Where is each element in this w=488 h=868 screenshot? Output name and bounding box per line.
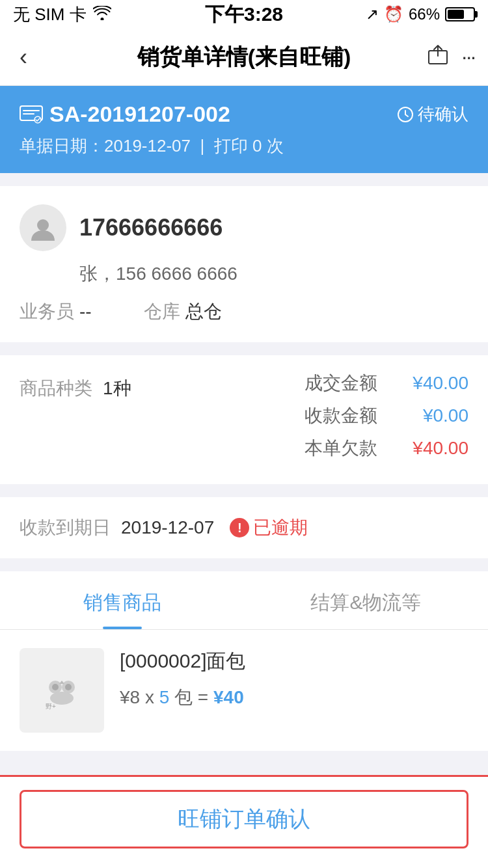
price-separator: x — [145, 687, 159, 707]
financial-section: 商品种类 1种 成交金额 ¥40.00 收款金额 ¥0.00 本单欠款 ¥40.… — [0, 355, 488, 484]
overdue-text: 已逾期 — [253, 515, 308, 540]
customer-name-detail: 张，156 6666 6666 — [20, 262, 468, 286]
svg-text:野+: 野+ — [46, 703, 56, 710]
product-thumbnail: 野+ — [20, 648, 104, 733]
customer-row: 17666666666 — [20, 204, 468, 251]
financial-amounts: 成交金额 ¥40.00 收款金额 ¥0.00 本单欠款 ¥40.00 — [305, 371, 468, 468]
order-meta: 单据日期：2019-12-07 | 打印 0 次 — [20, 135, 468, 157]
carrier-text: 无 SIM 卡 — [13, 3, 87, 26]
more-button[interactable]: ··· — [461, 45, 475, 69]
product-types-label: 商品种类 — [20, 376, 92, 401]
page-title: 销货单详情(来自旺铺) — [137, 42, 351, 72]
nav-right: ··· — [427, 44, 475, 70]
balance-value: ¥40.00 — [390, 438, 468, 459]
product-total: ¥40 — [213, 687, 244, 707]
back-button[interactable]: ‹ — [13, 37, 34, 77]
nav-bar: ‹ 销货单详情(来自旺铺) ··· — [0, 29, 488, 86]
battery-text: 66% — [409, 5, 440, 23]
product-item: 野+ [0000002]面包 ¥8 x 5 包 = ¥40 — [0, 630, 488, 751]
balance-label: 本单欠款 — [305, 436, 377, 461]
warehouse-label: 仓库 — [144, 299, 180, 324]
product-price-row: ¥8 x 5 包 = ¥40 — [120, 685, 468, 710]
product-quantity: 5 — [159, 687, 170, 707]
receipt-amount-label: 收款金额 — [305, 403, 377, 428]
share-button[interactable] — [427, 44, 448, 70]
warehouse-info: 仓库 总仓 — [144, 299, 222, 324]
due-date-label: 收款到期日 — [20, 515, 111, 540]
customer-section: 17666666666 张，156 6666 6666 业务员 -- 仓库 总仓 — [0, 186, 488, 342]
product-info: [0000002]面包 ¥8 x 5 包 = ¥40 — [120, 648, 468, 710]
product-name: [0000002]面包 — [120, 648, 468, 675]
product-unit: 包 — [174, 687, 193, 707]
tab-settlement-logistics[interactable]: 结算&物流等 — [244, 571, 488, 629]
avatar — [20, 204, 66, 251]
bottom-button-area: 旺铺订单确认 — [0, 775, 488, 868]
tabs-section: 销售商品 结算&物流等 野+ [0000002]面包 ¥8 x — [0, 571, 488, 751]
overdue-icon: ! — [230, 518, 249, 537]
transaction-amount-value: ¥40.00 — [390, 373, 468, 394]
status-bar: 无 SIM 卡 下午3:28 ↗ ⏰ 66% — [0, 0, 488, 29]
warehouse-value: 总仓 — [185, 299, 222, 324]
svg-point-8 — [65, 684, 72, 690]
balance-row: 本单欠款 ¥40.00 — [305, 436, 468, 461]
salesperson-label: 业务员 — [20, 299, 74, 324]
tabs-header: 销售商品 结算&物流等 — [0, 571, 488, 630]
salesperson-info: 业务员 -- — [20, 299, 92, 324]
due-date-value: 2019-12-07 — [121, 517, 214, 538]
product-types: 商品种类 1种 — [20, 371, 305, 401]
confirm-order-button[interactable]: 旺铺订单确认 — [20, 790, 468, 848]
tab-sales-products[interactable]: 销售商品 — [0, 571, 244, 629]
wifi-icon — [93, 5, 111, 25]
svg-point-7 — [52, 684, 59, 690]
customer-phone: 17666666666 — [79, 214, 223, 241]
price-equals: = — [198, 687, 213, 707]
order-banner-top: SA-20191207-002 待确认 — [20, 102, 468, 127]
customer-info-row: 业务员 -- 仓库 总仓 — [20, 299, 468, 324]
transaction-amount-row: 成交金额 ¥40.00 — [305, 371, 468, 396]
alarm-icon: ⏰ — [384, 5, 403, 23]
order-banner: SA-20191207-002 待确认 单据日期：2019-12-07 | 打印… — [0, 86, 488, 173]
status-time: 下午3:28 — [205, 1, 283, 28]
product-types-value: 1种 — [103, 376, 131, 401]
receipt-amount-row: 收款金额 ¥0.00 — [305, 403, 468, 428]
svg-point-4 — [37, 219, 49, 231]
salesperson-value: -- — [79, 301, 92, 322]
status-right: ↗ ⏰ 66% — [366, 5, 475, 23]
receipt-amount-value: ¥0.00 — [390, 405, 468, 426]
overdue-badge: ! 已逾期 — [230, 515, 308, 540]
product-price: ¥8 — [120, 687, 140, 707]
location-icon: ↗ — [366, 5, 379, 23]
status-left: 无 SIM 卡 — [13, 3, 111, 26]
order-id: SA-20191207-002 — [20, 102, 230, 127]
order-status: 待确认 — [397, 103, 468, 126]
due-section: 收款到期日 2019-12-07 ! 已逾期 — [0, 497, 488, 558]
battery-icon — [445, 7, 475, 21]
transaction-amount-label: 成交金额 — [305, 371, 377, 396]
